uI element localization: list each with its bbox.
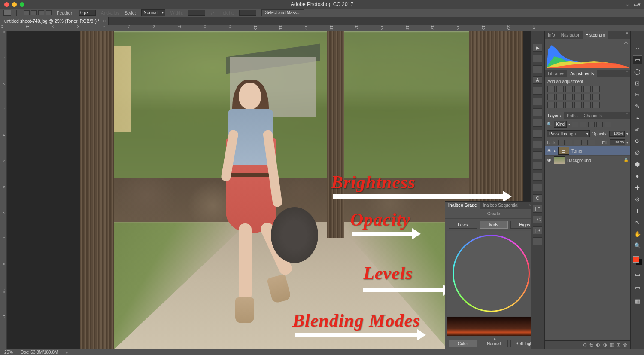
collapsed-panel-icon[interactable]: | F	[533, 205, 542, 213]
filter-adj-icon[interactable]	[580, 122, 586, 127]
tab-paths[interactable]: Paths	[564, 112, 581, 119]
collapsed-panel-icon[interactable]	[533, 151, 542, 159]
mode-softlight[interactable]: Soft Light	[510, 340, 531, 347]
wheel-cursor[interactable]	[516, 270, 520, 274]
tab-info[interactable]: Info	[545, 31, 558, 39]
collapsed-panel-icon[interactable]: A	[533, 76, 542, 84]
lock-pixels-icon[interactable]	[566, 140, 572, 145]
tool-icon[interactable]: ✐	[633, 125, 642, 134]
filter-shape-icon[interactable]	[596, 122, 603, 127]
feather-input[interactable]: 0 px	[79, 10, 96, 16]
collapsed-panel-icon[interactable]	[533, 130, 542, 138]
close-tab-icon[interactable]: ×	[103, 19, 106, 23]
screen-mode-icon[interactable]: ▭	[633, 283, 642, 292]
panel-menu-icon[interactable]: ≡	[623, 31, 630, 39]
highs-button[interactable]: Highs	[510, 221, 531, 229]
layer-action-icon[interactable]: fx	[589, 343, 593, 348]
filter-smart-icon[interactable]	[605, 122, 611, 127]
levels-display[interactable]	[447, 317, 531, 336]
histogram-warning-icon[interactable]: ⚠	[624, 40, 628, 46]
color-swatches[interactable]	[633, 256, 642, 265]
layer-action-icon[interactable]: ⊞	[617, 342, 620, 348]
maximize-window-icon[interactable]	[20, 2, 24, 7]
tab-histogram[interactable]: Histogram	[583, 31, 608, 39]
adjustment-preset-icon[interactable]	[574, 86, 582, 92]
tool-icon[interactable]: 🔍	[633, 241, 642, 250]
collapsed-panel-icon[interactable]	[533, 141, 542, 148]
style-select[interactable]: Normal	[141, 9, 165, 16]
adjustment-preset-icon[interactable]	[592, 102, 600, 108]
tool-icon[interactable]: ⬢	[633, 160, 642, 168]
tool-preset-icon[interactable]	[3, 10, 11, 16]
collapse-icon[interactable]: »	[526, 202, 531, 209]
adjustment-preset-icon[interactable]	[592, 86, 600, 92]
collapsed-panel-icon[interactable]	[533, 87, 542, 95]
visibility-icon[interactable]: 👁	[547, 158, 552, 163]
collapsed-panel-icon[interactable]	[533, 108, 542, 116]
tab-layers[interactable]: Layers	[545, 112, 564, 119]
color-wheel-area[interactable]	[447, 231, 531, 316]
collapsed-panel-icon[interactable]: ▶	[533, 44, 542, 52]
tool-icon[interactable]: ✋	[633, 230, 642, 238]
tool-icon[interactable]: ∅	[633, 148, 642, 157]
expand-icon[interactable]: ▸	[554, 149, 556, 153]
lock-transparent-icon[interactable]	[558, 140, 565, 145]
collapsed-panel-icon[interactable]	[533, 184, 542, 191]
adjustment-preset-icon[interactable]	[565, 102, 573, 108]
tool-icon[interactable]: ⊡	[633, 79, 642, 87]
tool-icon[interactable]: ✚	[633, 183, 642, 192]
add-selection-icon[interactable]	[31, 10, 37, 15]
tab-inalbeo-grade[interactable]: Inalbeo Grade	[445, 202, 480, 209]
layer-action-icon[interactable]: ◑	[603, 342, 607, 348]
zoom-level[interactable]: 25%	[4, 350, 13, 355]
foreground-color[interactable]	[633, 256, 639, 263]
layer-name[interactable]: Toner	[571, 148, 583, 153]
collapsed-panel-icon[interactable]	[533, 119, 542, 127]
fill-input[interactable]: 100%	[610, 139, 625, 145]
subtract-selection-icon[interactable]	[38, 10, 44, 15]
tool-icon[interactable]: ▭	[633, 55, 642, 64]
filter-type-icon[interactable]	[588, 122, 595, 127]
adjustment-preset-icon[interactable]	[547, 94, 555, 100]
panel-menu-icon[interactable]: ≡	[623, 112, 630, 119]
adjustment-preset-icon[interactable]	[592, 94, 600, 100]
collapsed-panel-icon[interactable]	[533, 162, 542, 170]
tool-icon[interactable]: ⌁	[633, 113, 642, 122]
tab-adjustments[interactable]: Adjustments	[567, 70, 597, 77]
collapsed-panel-icon[interactable]	[533, 173, 542, 181]
lock-position-icon[interactable]	[574, 140, 580, 145]
visibility-icon[interactable]: 👁	[547, 148, 552, 153]
adjustment-preset-icon[interactable]	[556, 86, 564, 92]
blend-mode-select[interactable]: Pass Through	[547, 130, 590, 137]
tool-icon[interactable]: ✎	[633, 102, 642, 110]
screen-mode-icon[interactable]: ▭	[633, 270, 642, 278]
lock-icon[interactable]: 🔒	[623, 158, 629, 162]
kind-select[interactable]: Kind	[554, 121, 567, 128]
collapsed-panel-icon[interactable]	[533, 55, 542, 62]
tool-icon[interactable]: ✂	[633, 90, 642, 99]
kind-filter-icon[interactable]: 🔍	[547, 122, 552, 127]
adjustment-preset-icon[interactable]	[565, 94, 573, 100]
collapsed-panel-icon[interactable]	[533, 237, 542, 245]
tool-icon[interactable]: ↖	[633, 218, 642, 226]
adjustment-preset-icon[interactable]	[574, 102, 582, 108]
workspace-switch-icon[interactable]: ▭▾	[634, 2, 641, 7]
layer-thumbnail[interactable]	[554, 156, 565, 164]
lows-button[interactable]: Lows	[449, 221, 477, 229]
lock-all-icon[interactable]	[589, 140, 595, 145]
select-and-mask-button[interactable]: Select and Mask...	[261, 9, 304, 16]
tool-icon[interactable]: ●	[633, 171, 642, 180]
mode-color[interactable]: Color	[449, 340, 477, 347]
create-button[interactable]: Create	[445, 209, 531, 219]
mode-normal[interactable]: Normal	[480, 340, 508, 347]
tool-icon[interactable]: ⟳	[633, 137, 642, 145]
tab-inalbeo-sequential[interactable]: Inalbeo Sequential	[480, 202, 522, 209]
color-wheel[interactable]	[453, 235, 530, 312]
intersect-selection-icon[interactable]	[46, 10, 52, 15]
collapsed-panel-icon[interactable]	[533, 65, 542, 73]
layer-action-icon[interactable]: ▥	[610, 342, 614, 348]
status-arrow-icon[interactable]: ▸	[66, 350, 68, 355]
close-window-icon[interactable]	[4, 2, 9, 7]
layer-action-icon[interactable]: ⊕	[583, 342, 587, 348]
minimize-window-icon[interactable]	[12, 2, 17, 7]
